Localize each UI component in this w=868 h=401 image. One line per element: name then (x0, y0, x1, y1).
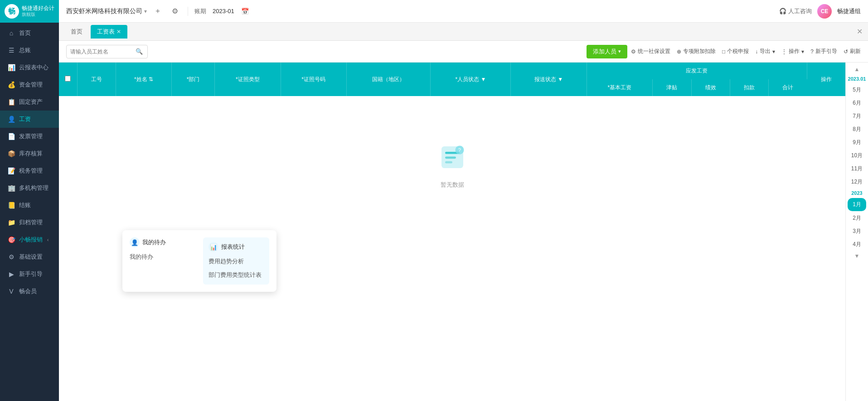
th-operations: 操作 (807, 63, 845, 96)
empty-text: 暂无数据 (441, 181, 464, 189)
tab-close-all-icon[interactable]: ✕ (857, 27, 863, 36)
popup-section-todo: 👤 我的待办 我的待办 (130, 237, 196, 285)
sidebar-label-multi: 多机构管理 (19, 184, 48, 192)
ledger-icon: ☰ (7, 47, 15, 54)
month-down-button[interactable]: ▼ (846, 251, 868, 261)
period-value: 2023-01 (213, 8, 234, 14)
popup-item-todo[interactable]: 我的待办 (130, 252, 196, 262)
company-chevron-icon: ▾ (144, 8, 147, 14)
todo-icon: 👤 (130, 237, 140, 247)
sidebar-item-guide[interactable]: ▶ 新手引导 (0, 266, 59, 283)
month-6[interactable]: 6月 (846, 97, 868, 110)
special-deduction-button[interactable]: ⊕ 专项附加扣除 (677, 48, 716, 55)
refresh-button[interactable]: ↺ 刷新 (844, 48, 861, 55)
operations-icon: ⋮ (781, 48, 787, 55)
sidebar-item-ledger[interactable]: ☰ 总账 (0, 42, 59, 59)
month-12[interactable]: 12月 (846, 175, 868, 188)
month-3[interactable]: 3月 (846, 225, 868, 238)
search-icon[interactable]: 🔍 (136, 48, 143, 55)
select-all-checkbox[interactable] (65, 76, 71, 82)
sidebar-item-finance[interactable]: 💰 资金管理 (0, 76, 59, 93)
tab-salary-close-icon[interactable]: ✕ (116, 29, 121, 35)
settings-icon: ⚙ (7, 253, 15, 261)
sidebar-label-vip: 畅会员 (19, 287, 37, 295)
calendar-icon[interactable]: 📅 (239, 5, 252, 18)
month-5[interactable]: 5月 (846, 83, 868, 97)
toolbar: 🔍 添加人员 ▾ ⚙ 统一社保设置 ⊕ 专项附加扣除 □ 个税申报 (59, 41, 868, 63)
user-avatar: CE (817, 4, 832, 19)
sidebar-item-assets[interactable]: 📋 固定资产 (0, 93, 59, 111)
refresh-icon: ↺ (844, 48, 848, 55)
content-wrapper: 🔍 添加人员 ▾ ⚙ 统一社保设置 ⊕ 专项附加扣除 □ 个税申报 (59, 41, 868, 401)
add-person-button[interactable]: 添加人员 ▾ (587, 45, 627, 58)
tab-home[interactable]: 首页 (64, 25, 89, 39)
tab-salary-label: 工资表 (97, 28, 115, 36)
month-8[interactable]: 8月 (846, 123, 868, 136)
sidebar-label-finance: 资金管理 (19, 81, 43, 89)
guide-button[interactable]: ? 新手引导 (810, 48, 837, 55)
month-4[interactable]: 4月 (846, 238, 868, 251)
popup-menu: 👤 我的待办 我的待办 📊 报表统计 (122, 230, 276, 292)
sidebar-item-expense[interactable]: 🎯 小畅报销 ‹ (0, 231, 59, 248)
export-label: 导出 (760, 48, 771, 55)
topbar-right: 🎧 人工咨询 CE 畅捷通组 (779, 4, 861, 19)
svg-text:?: ? (458, 147, 461, 153)
month-7[interactable]: 7月 (846, 110, 868, 123)
sidebar: 畅 畅捷通好会计 旗舰版 ⌂ 首页 ☰ 总账 📊 云报表中心 💰 资金管理 📋 … (0, 0, 59, 401)
th-base-salary: *基本工资 (587, 79, 652, 96)
company-selector[interactable]: 西安虾米网络科技有限公司 ▾ (66, 7, 147, 15)
sidebar-item-archive[interactable]: 📁 归档管理 (0, 214, 59, 231)
period-label: 账期 (194, 7, 206, 15)
month-11[interactable]: 11月 (846, 162, 868, 175)
guide-label: 新手引导 (815, 48, 837, 55)
multi-icon: 🏢 (7, 184, 15, 192)
tax-report-button[interactable]: □ 个税申报 (722, 48, 749, 55)
archive-icon: 📁 (7, 219, 15, 226)
sidebar-label-guide: 新手引导 (19, 270, 43, 278)
month-1[interactable]: 1月 (848, 198, 866, 211)
logo-subtitle: 旗舰版 (22, 11, 54, 18)
month-up-button[interactable]: ▲ (846, 64, 868, 74)
export-button[interactable]: ↓ 导出 ▾ (755, 48, 775, 55)
month-2[interactable]: 2月 (846, 212, 868, 225)
month-10[interactable]: 10月 (846, 149, 868, 162)
tab-salary[interactable]: 工资表 ✕ (91, 25, 127, 39)
popup-item-trend[interactable]: 费用趋势分析 (209, 256, 264, 266)
vip-icon: V (7, 288, 15, 295)
sidebar-item-inventory[interactable]: 📦 库存核算 (0, 145, 59, 162)
settings-icon[interactable]: ⚙ (169, 5, 181, 18)
sidebar-item-reports[interactable]: 📊 云报表中心 (0, 59, 59, 76)
collapse-arrow: ‹ (47, 237, 48, 242)
popup-section-report: 📊 报表统计 费用趋势分析 部门费用类型统计表 (203, 237, 269, 285)
export-arrow-icon: ▾ (772, 48, 775, 55)
popup-menu-grid: 👤 我的待办 我的待办 📊 报表统计 (130, 237, 269, 285)
headset-icon: 🎧 (779, 8, 786, 14)
popup-item-dept[interactable]: 部门费用类型统计表 (209, 270, 264, 280)
svg-rect-2 (445, 156, 456, 159)
popup-todo-label: 我的待办 (142, 238, 166, 246)
month-9[interactable]: 9月 (846, 136, 868, 149)
main-area: 西安虾米网络科技有限公司 ▾ ＋ ⚙ 账期 2023-01 📅 🎧 人工咨询 C… (59, 0, 868, 401)
support-button[interactable]: 🎧 人工咨询 (779, 7, 812, 15)
sidebar-item-tax[interactable]: 📝 税务管理 (0, 162, 59, 179)
operations-button[interactable]: ⋮ 操作 ▾ (781, 48, 804, 55)
search-input[interactable] (70, 48, 134, 55)
sidebar-item-vip[interactable]: V 畅会员 (0, 283, 59, 300)
sidebar-item-home[interactable]: ⌂ 首页 (0, 24, 59, 42)
popup-todo-items: 我的待办 (130, 252, 196, 262)
sidebar-label-reports: 云报表中心 (19, 63, 48, 72)
app-logo: 畅 畅捷通好会计 旗舰版 (0, 0, 59, 23)
th-id-no: *证照号码 (281, 63, 346, 96)
social-security-button[interactable]: ⚙ 统一社保设置 (631, 48, 670, 55)
sidebar-item-multi[interactable]: 🏢 多机构管理 (0, 179, 59, 197)
popup-todo-title: 👤 我的待办 (130, 237, 196, 247)
sidebar-item-closing[interactable]: 📒 结账 (0, 197, 59, 214)
th-name: *姓名 ⇅ (116, 63, 171, 96)
sidebar-item-settings[interactable]: ⚙ 基础设置 (0, 248, 59, 266)
sidebar-item-salary[interactable]: 👤 工资 (0, 111, 59, 128)
add-company-button[interactable]: ＋ (151, 5, 164, 18)
th-performance: 绩效 (691, 79, 730, 96)
logo-icon: 畅 (5, 4, 19, 19)
sidebar-item-invoice[interactable]: 📄 发票管理 (0, 128, 59, 145)
th-dept: *部门 (172, 63, 215, 96)
